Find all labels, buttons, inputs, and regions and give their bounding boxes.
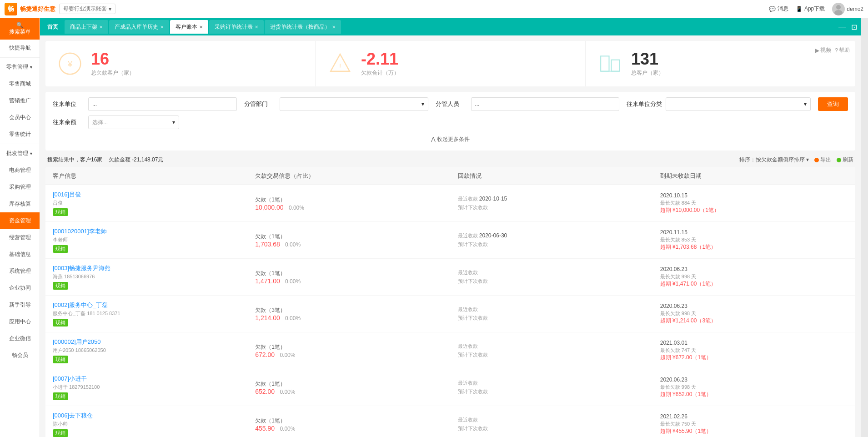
debt-percent-5: 0.00% [280, 389, 295, 395]
sidebar-item-purchase[interactable]: 采购管理 [0, 179, 40, 196]
sort-selector[interactable]: 排序：按欠款金额倒序排序 ▾ [739, 156, 809, 164]
tenant-selector[interactable]: 母婴行业演示账套 ▾ [59, 4, 115, 14]
filter-person-input[interactable]: ... [471, 97, 620, 111]
tab-customer-account[interactable]: 客户账本 ✕ [170, 20, 208, 34]
sidebar-item-new-guide[interactable]: 新手引导 [0, 296, 40, 313]
table-row: [0002]服务中心_丁磊 服务中心_丁磊 181 0125 8371 现销 欠… [45, 296, 855, 332]
tab-production[interactable]: 产成品入库单历史 ✕ [109, 20, 169, 34]
total-customers-icon [597, 50, 624, 77]
td-repayment-2: 最近收款 预计下次收款 [451, 264, 653, 290]
td-due-date-3: 2020.06.23 最长欠款 998 天 超期 ¥1,214.00（3笔） [653, 297, 855, 330]
overdue-days-4: 最长欠款 747 天 [660, 347, 848, 354]
customer-tag-2: 现销 [53, 282, 68, 290]
sidebar-item-retail-mall[interactable]: 零售商城 [0, 75, 40, 92]
sidebar-item-member[interactable]: 会员中心 [0, 109, 40, 126]
tab-products[interactable]: 商品上下架 ✕ [65, 20, 108, 34]
overdue-amount-6[interactable]: 超期 ¥455.90（1笔） [660, 427, 848, 435]
sidebar-item-system[interactable]: 系统管理 [0, 263, 40, 280]
tab-bar: 首页 商品上下架 ✕ 产成品入库单历史 ✕ 客户账本 ✕ 采购订单统计表 ✕ [40, 18, 861, 35]
table-row: [0007]小进干 小进干 18279152100 现销 欠款（1笔） 652.… [45, 369, 855, 406]
td-due-date-2: 2020.06.23 最长欠款 998 天 超期 ¥1,471.00（1笔） [653, 261, 855, 293]
tab-home[interactable]: 首页 [42, 20, 64, 34]
minimize-icon[interactable]: — [837, 23, 848, 31]
debt-count-0: 欠款（1笔） [255, 196, 443, 204]
debt-count-5: 欠款（1笔） [255, 380, 443, 388]
customer-name-1[interactable]: [0001020001]李老师 [53, 227, 241, 236]
help-icon: ? [835, 47, 838, 54]
overdue-amount-0[interactable]: 超期 ¥10,000.00（1笔） [660, 206, 848, 214]
overdue-date-3: 2020.06.23 [660, 303, 848, 309]
overdue-amount-5[interactable]: 超期 ¥652.00（1笔） [660, 391, 848, 398]
sidebar-search[interactable]: 🔍 搜索菜单 [0, 18, 40, 40]
filter-balance-label: 往来余额 [53, 118, 85, 126]
debt-info-1: 1,703.68 0.00% [255, 241, 443, 248]
sidebar-item-marketing[interactable]: 营销推广 [0, 92, 40, 109]
debt-info-2: 1,471.00 0.00% [255, 277, 443, 285]
debt-percent-1: 0.00% [285, 241, 301, 248]
td-repayment-5: 最近收款 预计下次收款 [451, 374, 653, 401]
close-icon[interactable]: ✕ [160, 25, 164, 30]
tab-purchase-stats[interactable]: 进货单统计表（按商品） ✕ [265, 20, 341, 34]
sidebar-item-batch-mgmt[interactable]: 批发管理 [0, 145, 40, 162]
maximize-icon[interactable]: ⊡ [849, 23, 859, 31]
sidebar-item-quicknav[interactable]: 快捷导航 [0, 40, 40, 56]
next-label-5: 预计下次收款 [458, 388, 646, 395]
help-button[interactable]: ? 帮助 [835, 46, 850, 54]
filter-category-select[interactable]: ▾ [666, 97, 811, 111]
sidebar-item-ecommerce[interactable]: 电商管理 [0, 162, 40, 179]
filter-unit-label: 往来单位 [53, 100, 85, 108]
total-customers-number: 131 [631, 51, 664, 67]
customer-sub-4: 用户2050 18665062050 [53, 347, 241, 354]
chevron-down-icon: ▾ [421, 101, 424, 107]
customer-name-4[interactable]: [000002]用户2050 [53, 338, 241, 346]
filter-dept-select[interactable]: ▾ [280, 97, 428, 111]
td-debt-6: 欠款（1笔） 455.90 0.00% [248, 412, 450, 437]
sidebar-item-basic-info[interactable]: 基础信息 [0, 246, 40, 263]
customer-tag-1: 现销 [53, 245, 68, 253]
tab-purchase-order[interactable]: 采购订单统计表 ✕ [209, 20, 264, 34]
export-button[interactable]: 导出 [814, 156, 831, 164]
video-button[interactable]: ▶ 视频 [815, 46, 831, 54]
overdue-amount-1[interactable]: 超期 ¥1,703.68（1笔） [660, 243, 848, 251]
customer-name-3[interactable]: [0002]服务中心_丁磊 [53, 301, 241, 309]
overdue-date-0: 2020.10.15 [660, 192, 848, 199]
close-icon[interactable]: ✕ [199, 25, 203, 30]
overdue-amount-3[interactable]: 超期 ¥1,214.00（3笔） [660, 317, 848, 325]
refresh-button[interactable]: 刷新 [837, 156, 853, 164]
filter-balance-select[interactable]: 选择... ▾ [88, 116, 179, 129]
filter-person-label: 分管人员 [436, 100, 467, 108]
sidebar-item-wechat[interactable]: 企业微信 [0, 330, 40, 347]
app-download-button[interactable]: 📱 App下载 [796, 5, 825, 13]
svg-rect-7 [612, 60, 620, 71]
customer-name-5[interactable]: [0007]小进干 [53, 375, 241, 383]
th-customer: 客户信息 [45, 167, 248, 185]
sidebar-item-app-center[interactable]: 应用中心 [0, 313, 40, 330]
th-due-date: 到期未收款日期 [653, 167, 855, 185]
overdue-days-5: 最长欠款 998 天 [660, 384, 848, 391]
td-due-date-4: 2021.03.01 最长欠款 747 天 超期 ¥672.00（1笔） [653, 334, 855, 367]
sidebar-item-retail-mgmt[interactable]: 零售管理 [0, 59, 40, 75]
customer-name-0[interactable]: [0016]吕俊 [53, 191, 241, 199]
user-menu[interactable]: demo2 [832, 3, 863, 15]
sidebar-item-retail-stats[interactable]: 零售统计 [0, 126, 40, 143]
overdue-amount-2[interactable]: 超期 ¥1,471.00（1笔） [660, 280, 848, 288]
sidebar-item-enterprise[interactable]: 企业协同 [0, 280, 40, 296]
overdue-date-2: 2020.06.23 [660, 266, 848, 272]
sidebar-item-vip[interactable]: 畅会员 [0, 347, 40, 364]
overdue-amount-4[interactable]: 超期 ¥672.00（1笔） [660, 354, 848, 362]
message-button[interactable]: 💬 消息 [769, 5, 788, 13]
close-icon[interactable]: ✕ [99, 25, 103, 30]
collapse-button[interactable]: ⋀ 收起更多条件 [431, 136, 470, 142]
close-icon[interactable]: ✕ [332, 25, 336, 30]
close-icon[interactable]: ✕ [255, 25, 258, 30]
sidebar-item-finance[interactable]: 资金管理 [0, 212, 40, 229]
customer-name-2[interactable]: [0003]畅捷服务尹海燕 [53, 264, 241, 272]
overdue-date-1: 2020.11.15 [660, 229, 848, 236]
sidebar-item-operations[interactable]: 经营管理 [0, 229, 40, 246]
svg-text:!: ! [339, 62, 341, 70]
filter-unit-input[interactable]: ... [88, 97, 237, 111]
sidebar-item-inventory[interactable]: 库存核算 [0, 196, 40, 212]
search-button[interactable]: 查询 [818, 97, 848, 111]
customer-name-6[interactable]: [0006]去下粮仓 [53, 412, 241, 420]
table-row: [0001020001]李老师 李老师 现销 欠款（1笔） 1,703.68 0… [45, 222, 855, 259]
